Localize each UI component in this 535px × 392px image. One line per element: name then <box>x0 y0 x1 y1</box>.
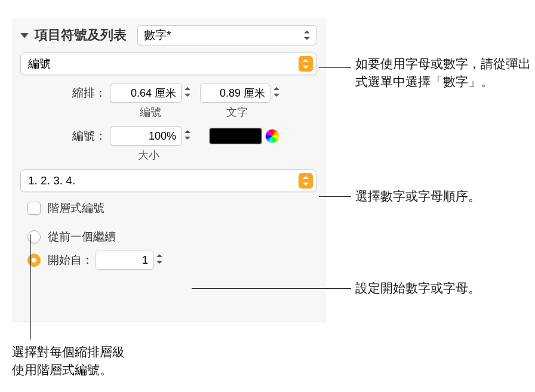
indent-row: 縮排： <box>20 84 316 103</box>
section-title: 項目符號及列表 <box>35 26 127 44</box>
numbering-size-input[interactable] <box>110 126 182 146</box>
indent-number-sublabel: 編號 <box>110 105 190 119</box>
continue-radio-row: 從前一個繼續 <box>27 229 316 245</box>
numbering-type-value: 編號 <box>28 56 51 72</box>
updown-chevron-icon <box>302 176 310 186</box>
sequence-style-value: 1. 2. 3. 4. <box>28 174 75 187</box>
stepper-chevron-icon[interactable] <box>272 87 281 97</box>
leader-line <box>319 67 351 68</box>
sequence-style-dropdown[interactable]: 1. 2. 3. 4. <box>20 169 316 192</box>
numbering-type-row: 編號 <box>20 53 316 75</box>
list-style-value: 數字* <box>144 27 171 43</box>
updown-chevron-icon <box>302 59 310 69</box>
indent-label: 縮排： <box>20 85 110 101</box>
callout-tiered-help: 選擇對每個縮排層級 使用階層式編號。 <box>12 343 125 379</box>
leader-line <box>319 196 351 197</box>
bullets-lists-panel: 項目符號及列表 數字* 編號 縮排： <box>12 18 325 322</box>
callout-sequence-help: 選擇數字或字母順序。 <box>355 187 481 205</box>
continue-radio[interactable] <box>27 230 41 243</box>
indent-text-stepper[interactable] <box>200 84 283 103</box>
numbering-row: 編號： <box>20 126 316 146</box>
tiered-checkbox-row: 階層式編號 <box>27 200 316 216</box>
start-from-stepper[interactable] <box>96 251 166 270</box>
numbering-size-sublabel: 大小 <box>110 148 187 162</box>
updown-chevron-icon <box>303 30 311 40</box>
start-radio-row: 開始自： <box>27 251 316 270</box>
numbering-label: 編號： <box>20 128 110 144</box>
dropdown-cap-button[interactable] <box>299 173 313 189</box>
list-style-dropdown[interactable]: 數字* <box>137 25 316 45</box>
indent-text-sublabel: 文字 <box>196 105 277 119</box>
indent-number-input[interactable] <box>110 84 182 103</box>
dropdown-cap-button[interactable] <box>299 56 313 72</box>
indent-text-input[interactable] <box>200 84 270 103</box>
callout-start-help: 設定開始數字或字母。 <box>355 279 481 297</box>
sequence-row: 1. 2. 3. 4. <box>20 169 316 192</box>
indent-sublabels: 編號 文字 <box>110 105 316 119</box>
leader-line <box>30 234 31 339</box>
start-from-radio[interactable] <box>27 254 41 267</box>
tiered-checkbox-label: 階層式編號 <box>48 200 104 216</box>
color-swatch[interactable] <box>209 128 262 144</box>
stepper-chevron-icon[interactable] <box>183 130 192 140</box>
indent-number-stepper[interactable] <box>110 84 194 103</box>
stepper-chevron-icon[interactable] <box>183 87 192 97</box>
start-from-label: 開始自： <box>48 252 93 268</box>
disclosure-triangle-icon[interactable] <box>20 33 29 38</box>
numbering-type-dropdown[interactable]: 編號 <box>20 53 316 75</box>
start-from-input[interactable] <box>96 251 153 270</box>
continue-radio-label: 從前一個繼續 <box>48 229 116 245</box>
stepper-chevron-icon[interactable] <box>155 254 164 264</box>
callout-type-help: 如要使用字母或數字，請從彈出式選單中選擇「數字」。 <box>355 55 534 91</box>
tiered-checkbox[interactable] <box>27 202 41 215</box>
numbering-size-stepper[interactable] <box>110 126 194 146</box>
leader-line <box>192 288 351 289</box>
form-area: 縮排： 編號 文字 編號： <box>20 84 316 162</box>
color-wheel-icon[interactable] <box>265 129 279 143</box>
section-header: 項目符號及列表 數字* <box>20 25 316 45</box>
